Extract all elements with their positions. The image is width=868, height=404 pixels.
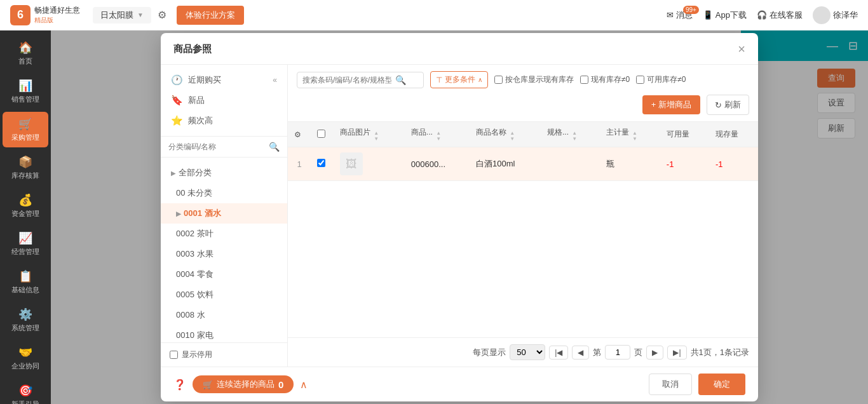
modal-left-panel: 🕐 近期购买 « 🔖 新品 ⭐ 频次高: [161, 65, 288, 367]
sidebar-item-basic-info[interactable]: 📋 基础信息: [3, 264, 48, 300]
sort-unit[interactable]: ▲▼: [632, 130, 637, 142]
prev-page-btn[interactable]: ◀: [572, 346, 589, 360]
th-checkbox[interactable]: [311, 122, 334, 147]
sidebar-item-guide[interactable]: 🎯 新手引导: [3, 379, 48, 404]
cart-collapse-icon[interactable]: ∧: [300, 379, 308, 391]
headset-icon: 🎧: [757, 10, 767, 20]
quick-recent-purchase[interactable]: 🕐 近期购买 «: [161, 70, 287, 90]
sidebar-label-sales: 销售管理: [11, 95, 39, 104]
guide-icon: 🎯: [18, 384, 32, 398]
modal-close-btn[interactable]: ×: [738, 42, 745, 57]
product-search-input[interactable]: [302, 76, 391, 84]
sidebar-item-finance[interactable]: 💰 资金管理: [3, 188, 48, 224]
business-icon: 📈: [18, 231, 32, 245]
sidebar-item-purchase[interactable]: 🛒 采购管理: [3, 112, 48, 147]
cat-label-0003: 0003 水果: [176, 248, 214, 260]
sidebar-item-home[interactable]: 🏠 首页: [3, 36, 48, 71]
confirm-btn[interactable]: 确定: [698, 374, 745, 395]
cat-fruit[interactable]: 0003 水果: [161, 244, 287, 264]
warehouse-stock-filter[interactable]: 按仓库显示现有库存: [494, 74, 574, 85]
cat-tea[interactable]: 0002 茶叶: [161, 224, 287, 244]
messages-nav[interactable]: ✉ 消息 99+: [667, 10, 693, 21]
settings-icon[interactable]: ⚙: [158, 9, 166, 21]
app-download-nav[interactable]: 📱 App下载: [703, 10, 747, 21]
cancel-btn[interactable]: 取消: [649, 374, 692, 395]
select-all-checkbox[interactable]: [317, 130, 325, 138]
sidebar: 🏠 首页 📊 销售管理 🛒 采购管理 📦 库存核算 💰 资金管理 📈 经营管理 …: [0, 30, 51, 404]
footer-action-btns: 取消 确定: [649, 374, 745, 395]
sort-spec[interactable]: ▲▼: [572, 130, 577, 142]
modal-toolbar: 🔍 ⊤ 更多条件 ∧ 按仓库显示现有库存: [288, 65, 758, 122]
store-selector[interactable]: 日太阳膜 ▼: [93, 7, 151, 24]
available-stock-filter[interactable]: 可用库存≠0: [636, 74, 686, 85]
online-service-nav[interactable]: 🎧 在线客服: [757, 10, 803, 21]
help-icon[interactable]: ❓: [173, 379, 186, 391]
last-page-btn[interactable]: ▶|: [667, 346, 686, 360]
add-product-btn[interactable]: + 新增商品: [642, 95, 700, 114]
row-checkbox[interactable]: [317, 159, 325, 167]
filter-label: 更多条件: [445, 74, 475, 85]
message-icon: ✉: [667, 10, 674, 20]
page-text-label: 第: [593, 347, 601, 358]
trial-btn[interactable]: 体验行业方案: [177, 6, 244, 25]
show-disabled-checkbox[interactable]: [170, 351, 178, 359]
th-available: 可用量: [660, 122, 709, 147]
warehouse-stock-checkbox[interactable]: [494, 76, 503, 84]
first-page-btn[interactable]: |◀: [549, 346, 568, 360]
cat-label-0005: 0005 饮料: [176, 289, 214, 300]
cat-uncategorized[interactable]: 00 未分类: [161, 183, 287, 203]
show-disabled-label[interactable]: 显示停用: [182, 349, 212, 360]
modal-overlay: 商品参照 × 🕐 近期购买 « �: [51, 30, 868, 404]
top-nav: 6 畅捷通好生意 精品版 日太阳膜 ▼ ⚙ 体验行业方案 ✉ 消息 99+ 📱 …: [0, 0, 868, 30]
current-stock-checkbox[interactable]: [580, 76, 588, 84]
quick-new-products[interactable]: 🔖 新品: [161, 90, 287, 111]
cat-appliance[interactable]: 0010 家电: [161, 325, 287, 342]
cat-all[interactable]: ▶ 全部分类: [161, 163, 287, 183]
sort-image[interactable]: ▲▼: [374, 130, 379, 142]
row-code: 000600...: [405, 147, 470, 181]
modal-body: 🕐 近期购买 « 🔖 新品 ⭐ 频次高: [161, 65, 758, 367]
per-page-select[interactable]: 50 100 200: [510, 344, 545, 360]
sidebar-item-sales[interactable]: 📊 销售管理: [3, 74, 48, 109]
sort-code[interactable]: ▲▼: [436, 130, 441, 142]
th-stock: 现存量: [709, 122, 758, 147]
cat-label-all: 全部分类: [179, 167, 212, 178]
cat-arrow-all: ▶: [171, 170, 176, 177]
sort-name[interactable]: ▲▼: [510, 130, 515, 142]
page-number-input[interactable]: [605, 345, 630, 360]
cart-btn[interactable]: 🛒 连续选择的商品 0: [193, 375, 294, 393]
cat-label-0002: 0002 茶叶: [176, 228, 214, 239]
table-row[interactable]: 1 🖼 000600... 白酒100ml 瓶: [288, 147, 758, 181]
cat-liquor[interactable]: ▶ 0001 酒水: [161, 203, 287, 224]
product-search-icon[interactable]: 🔍: [395, 75, 406, 85]
current-stock-filter[interactable]: 现有库存≠0: [580, 74, 630, 85]
avatar-img: [813, 6, 831, 24]
sidebar-item-business[interactable]: 📈 经营管理: [3, 226, 48, 262]
quick-access-section: 🕐 近期购买 « 🔖 新品 ⭐ 频次高: [161, 65, 287, 137]
sidebar-item-collab[interactable]: 🤝 企业协同: [3, 340, 48, 376]
category-search-icon[interactable]: 🔍: [269, 142, 280, 152]
sidebar-label-business: 经营管理: [11, 247, 39, 257]
sidebar-item-system[interactable]: ⚙️ 系统管理: [3, 302, 48, 338]
category-search-input[interactable]: [168, 142, 265, 151]
logo-sub: 精品版: [34, 16, 80, 24]
modal-footer: ❓ 🛒 连续选择的商品 0 ∧ 取消 确定: [161, 367, 758, 401]
refresh-btn[interactable]: ↻ 刷新: [707, 95, 749, 115]
user-avatar[interactable]: 徐泽华: [813, 6, 858, 24]
table-header-row: ⚙ 商品图片 ▲▼ 商品... ▲▼: [288, 122, 758, 147]
cat-snack[interactable]: 0004 零食: [161, 264, 287, 285]
row-checkbox-cell[interactable]: [311, 147, 334, 181]
sidebar-item-inventory[interactable]: 📦 库存核算: [3, 150, 48, 185]
th-settings[interactable]: ⚙: [288, 122, 311, 147]
available-stock-checkbox[interactable]: [636, 76, 644, 84]
quick-high-freq[interactable]: ⭐ 频次高: [161, 111, 287, 131]
total-info: 共1页，1条记录: [691, 347, 749, 358]
cat-water[interactable]: 0008 水: [161, 305, 287, 325]
more-filter-btn[interactable]: ⊤ 更多条件 ∧: [430, 71, 488, 88]
clock-icon: 🕐: [171, 74, 183, 86]
username-label: 徐泽华: [833, 10, 858, 21]
filter-icon: ⊤: [436, 76, 442, 84]
next-page-btn[interactable]: ▶: [646, 346, 663, 360]
basic-info-icon: 📋: [18, 269, 32, 283]
cat-beverage[interactable]: 0005 饮料: [161, 285, 287, 305]
